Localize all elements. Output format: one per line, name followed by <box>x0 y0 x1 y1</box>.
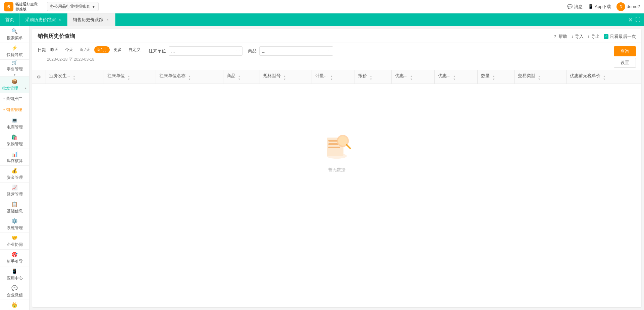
sidebar-item-operations[interactable]: 📈 经营管理 <box>0 183 29 199</box>
sidebar-item-ecom[interactable]: 💻 电商管理 <box>0 115 29 132</box>
dot-active-icon: • <box>3 108 5 112</box>
search-icon: 🔍 <box>11 28 18 34</box>
operations-icon: 📈 <box>11 185 18 191</box>
vip-icon: 👑 <box>11 302 18 308</box>
goods-input-wrapper[interactable]: ··· <box>259 46 333 56</box>
tab-bar: 首页 采购历史价跟踪 × 销售历史价跟踪 × ✕ ⛶ <box>0 13 644 26</box>
close-window-icon[interactable]: ✕ <box>628 17 633 23</box>
counter-party-input[interactable] <box>171 49 234 54</box>
tab-purchase-history[interactable]: 采购历史价跟踪 × <box>20 13 67 26</box>
th-qty[interactable]: 数量 ▲▼ <box>478 70 514 84</box>
date-btn-today[interactable]: 今天 <box>62 46 76 53</box>
sidebar-item-finance[interactable]: 💰 资金管理 <box>0 166 29 183</box>
last-only-checkbox[interactable]: ✓ 只看最后一次 <box>604 34 636 40</box>
tab-close-purchase[interactable]: × <box>58 17 62 22</box>
corp-wechat-icon: 💬 <box>11 285 18 291</box>
query-button[interactable]: 查询 <box>614 46 636 56</box>
sidebar-item-quick-nav[interactable]: ⚡ 快捷导航 <box>0 43 29 60</box>
date-btn-yesterday[interactable]: 昨天 <box>48 46 61 53</box>
logo-text: 畅捷通好生意 标准版 <box>15 2 38 11</box>
sidebar-item-retail[interactable]: 🛒 零售管理 ▼ <box>0 60 29 76</box>
sidebar-subitem-marketing[interactable]: • 营销推广 <box>0 93 29 104</box>
th-discount1[interactable]: 优惠... ▲▼ <box>391 70 434 84</box>
logo-icon: 6 <box>4 2 13 11</box>
empty-text: 暂无数据 <box>328 167 345 173</box>
tab-bar-actions: ✕ ⛶ <box>628 17 644 23</box>
date-btn-custom[interactable]: 自定义 <box>126 46 143 53</box>
date-filter-row: 日期 昨天 今天 近7天 近1月 更多 自定义 <box>38 46 143 53</box>
top-header: 6 畅捷通好生意 标准版 办公用品行业模拟账套 ▼ 💬 消息 📱 App下载 D… <box>0 0 644 13</box>
empty-icon <box>320 129 354 163</box>
th-counter-party-name[interactable]: 往来单位名称 ▲▼ <box>156 70 223 84</box>
sidebar-item-inventory[interactable]: 📊 库存核算 <box>0 149 29 166</box>
settings-button[interactable]: 设置 <box>614 58 636 68</box>
th-discount2[interactable]: 优惠... ▲▼ <box>435 70 478 84</box>
th-trade-type[interactable]: 交易类型 ▲▼ <box>514 70 566 84</box>
goods-filter: 商品 ··· <box>248 46 333 56</box>
sort-counter-party: ▲▼ <box>127 75 130 81</box>
app-download-btn[interactable]: 📱 App下载 <box>588 4 611 10</box>
import-btn[interactable]: ↓ 导入 <box>571 34 584 40</box>
svg-rect-3 <box>328 143 338 145</box>
sidebar-item-enterprise[interactable]: 🤝 企业协同 <box>0 233 29 250</box>
wholesale-header: 批发管理 ▲ <box>2 86 27 91</box>
system-icon: ⚙️ <box>11 218 18 224</box>
table-area: ⚙ 业务发生... ▲▼ 往来单位 ▲▼ 往来单位名称 <box>32 70 641 307</box>
th-goods[interactable]: 商品 ▲▼ <box>223 70 260 84</box>
sidebar-item-wholesale[interactable]: 📦 批发管理 ▲ <box>0 76 29 93</box>
sort-unit: ▲▼ <box>330 75 333 81</box>
sidebar-item-app-center[interactable]: 📱 应用中心 <box>0 266 29 283</box>
sidebar-item-vip[interactable]: 👑 畅会员 <box>0 300 29 310</box>
sidebar-subitem-sales[interactable]: • 销售管理 <box>0 104 29 115</box>
goods-select-icon[interactable]: ··· <box>326 48 331 54</box>
date-filter-group: 日期 昨天 今天 近7天 近1月 更多 自定义 2023-02-18 至 202… <box>38 46 143 62</box>
sidebar-item-purchase[interactable]: 🛍️ 采购管理 <box>0 132 29 149</box>
date-range-display: 2023-02-18 至 2023-03-18 <box>47 57 94 62</box>
date-btn-1month[interactable]: 近1月 <box>94 46 110 53</box>
page-header-actions: ？ 帮助 ↓ 导入 ↑ 导出 ✓ 只看最后一次 <box>553 34 636 40</box>
sidebar-item-new-guide[interactable]: 🎯 新手引导 <box>0 250 29 266</box>
sort-counter-party-name: ▲▼ <box>188 75 191 81</box>
action-buttons: 查询 设置 <box>614 46 636 68</box>
data-table: ⚙ 业务发生... ▲▼ 往来单位 ▲▼ 往来单位名称 <box>32 70 641 84</box>
sort-discount2: ▲▼ <box>453 75 456 81</box>
inventory-icon: 📊 <box>11 151 18 157</box>
app-selector[interactable]: 办公用品行业模拟账套 ▼ <box>47 2 99 11</box>
message-btn[interactable]: 💬 消息 <box>567 4 583 10</box>
counter-party-input-wrapper[interactable]: ··· <box>169 46 243 56</box>
sidebar-item-corp-wechat[interactable]: 💬 企业微信 <box>0 283 29 300</box>
th-counter-party[interactable]: 往来单位 ▲▼ <box>104 70 156 84</box>
app-center-icon: 📱 <box>11 268 18 274</box>
counter-party-select-icon[interactable]: ··· <box>236 48 240 54</box>
sidebar-item-basic-info[interactable]: 📋 基础信息 <box>0 199 29 216</box>
th-settings[interactable]: ⚙ <box>32 70 46 84</box>
tab-sales-history[interactable]: 销售历史价跟踪 × <box>67 13 115 26</box>
sidebar-item-system[interactable]: ⚙️ 系统管理 <box>0 216 29 233</box>
new-guide-icon: 🎯 <box>11 252 18 258</box>
th-unit[interactable]: 计量... ▲▼ <box>312 70 355 84</box>
tab-close-sales[interactable]: × <box>105 17 109 22</box>
settings-gear-icon: ⚙ <box>37 74 41 80</box>
help-btn[interactable]: ？ 帮助 <box>553 34 567 40</box>
date-buttons: 昨天 今天 近7天 近1月 更多 自定义 <box>48 46 143 53</box>
th-price[interactable]: 报价 ▲▼ <box>355 70 391 84</box>
help-icon: ？ <box>553 34 557 40</box>
user-menu[interactable]: D demo2 <box>616 2 640 11</box>
basic-info-icon: 📋 <box>11 201 18 207</box>
message-icon: 💬 <box>567 4 573 9</box>
sort-pretax-price: ▲▼ <box>603 75 605 81</box>
goods-input[interactable] <box>262 49 325 54</box>
th-spec[interactable]: 规格型号 ▲▼ <box>260 70 312 84</box>
date-btn-more[interactable]: 更多 <box>111 46 124 53</box>
quick-nav-icon: ⚡ <box>11 45 18 51</box>
tab-home[interactable]: 首页 <box>0 13 20 26</box>
th-biz-date[interactable]: 业务发生... ▲▼ <box>46 70 104 84</box>
checkbox-checked-icon: ✓ <box>604 34 608 39</box>
date-btn-7days[interactable]: 近7天 <box>77 46 93 53</box>
maximize-icon[interactable]: ⛶ <box>635 17 641 23</box>
collapse-icon: ▲ <box>24 87 27 90</box>
export-btn[interactable]: ↑ 导出 <box>588 34 600 40</box>
sort-goods: ▲▼ <box>238 75 240 81</box>
th-pretax-price[interactable]: 优惠前无税单价 ▲▼ <box>566 70 641 84</box>
sidebar-item-search-menu[interactable]: 🔍 搜索菜单 <box>0 26 29 43</box>
